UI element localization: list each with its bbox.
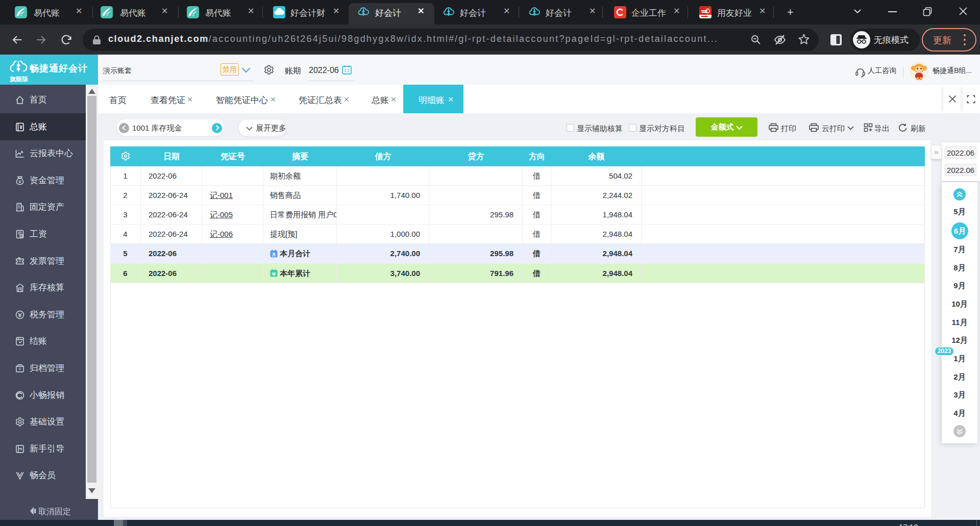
svg-text:年: 年 (272, 272, 277, 277)
svg-text:月: 月 (272, 252, 276, 257)
